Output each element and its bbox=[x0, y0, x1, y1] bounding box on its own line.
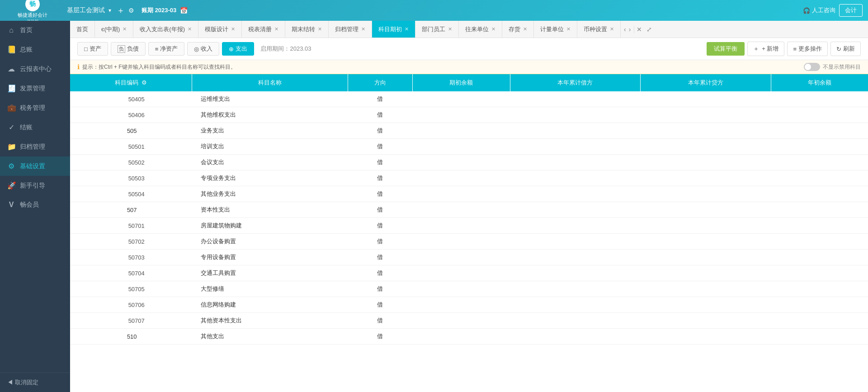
tab-subject-init[interactable]: 科目期初 ✕ bbox=[372, 21, 415, 38]
sidebar-item-settings[interactable]: ⚙ 基础设置 bbox=[0, 156, 70, 176]
close-all-tabs-icon[interactable]: ✕ bbox=[634, 26, 644, 33]
tab-bs-mid-label: є(中期) bbox=[101, 25, 120, 33]
table-row[interactable]: 50705 大型修缮 借 bbox=[70, 281, 868, 297]
cell-direction: 借 bbox=[348, 139, 412, 155]
add-company-icon[interactable]: ＋ bbox=[117, 5, 125, 16]
cell-name: 信息网络购建 bbox=[192, 297, 348, 313]
tab-close-dept[interactable]: ✕ bbox=[448, 26, 452, 32]
sidebar-item-archive[interactable]: 📁 归档管理 bbox=[0, 137, 70, 156]
tab-period-end[interactable]: 期末结转 ✕ bbox=[285, 21, 329, 38]
table-row[interactable]: 50406 其他维权支出 借 bbox=[70, 107, 868, 123]
archive-icon: 📁 bbox=[7, 142, 15, 151]
cell-year-opening bbox=[771, 186, 868, 202]
sub-tab-equity-label: 净资产 bbox=[160, 45, 178, 53]
tab-close-tax[interactable]: ✕ bbox=[274, 26, 278, 32]
cell-year-opening bbox=[771, 265, 868, 281]
toggle-switch[interactable] bbox=[804, 63, 820, 71]
tab-unit[interactable]: 往来单位 ✕ bbox=[459, 21, 502, 38]
cell-ytd-debit bbox=[510, 91, 641, 107]
cell-direction: 借 bbox=[348, 155, 412, 170]
add-button[interactable]: ＋ + 新增 bbox=[747, 42, 784, 56]
cell-opening-balance bbox=[412, 313, 510, 329]
sub-tab-liability[interactable]: 负 负债 bbox=[111, 42, 146, 56]
table-row[interactable]: 50707 其他资本性支出 借 bbox=[70, 313, 868, 329]
col-settings-icon[interactable]: ⚙ bbox=[142, 79, 147, 86]
table-row[interactable]: 50503 专项业务支出 借 bbox=[70, 170, 868, 186]
tab-close-subject-init[interactable]: ✕ bbox=[405, 26, 409, 32]
toggle-disabled-subjects[interactable]: 不显示禁用科目 bbox=[804, 63, 861, 71]
table-row[interactable]: 50704 交通工具购置 借 bbox=[70, 265, 868, 281]
sidebar-item-home[interactable]: ⌂ 首页 bbox=[0, 21, 70, 40]
sidebar-item-guide[interactable]: 🚀 新手引导 bbox=[0, 176, 70, 195]
tab-next-icon[interactable]: › bbox=[627, 26, 632, 33]
table-row[interactable]: 507 资本性支出 借 bbox=[70, 202, 868, 218]
cell-opening-balance bbox=[412, 297, 510, 313]
tab-dept[interactable]: 部门员工 ✕ bbox=[415, 21, 459, 38]
tab-close-inventory[interactable]: ✕ bbox=[523, 26, 527, 32]
sub-tab-asset[interactable]: □ 资产 bbox=[77, 42, 108, 56]
col-opening-balance: 期初余额 bbox=[412, 74, 510, 91]
tab-close-period-end[interactable]: ✕ bbox=[318, 26, 322, 32]
tab-archive[interactable]: 归档管理 ✕ bbox=[329, 21, 372, 38]
headset-icon: 🎧 bbox=[803, 7, 810, 14]
table-row[interactable]: 50405 运维维支出 借 bbox=[70, 91, 868, 107]
account-button[interactable]: 会计 bbox=[839, 4, 863, 17]
cell-ytd-debit bbox=[510, 281, 641, 297]
sidebar-label-cloud: 云报表中心 bbox=[20, 65, 52, 73]
table-row[interactable]: 50502 会议支出 借 bbox=[70, 155, 868, 170]
calc-balance-button[interactable]: 试算平衡 bbox=[707, 42, 745, 56]
cell-ytd-credit bbox=[641, 281, 771, 297]
sidebar-label-guide: 新手引导 bbox=[20, 182, 45, 190]
cell-direction: 借 bbox=[348, 186, 412, 202]
tab-template[interactable]: 模版设计 ✕ bbox=[198, 21, 242, 38]
sidebar-item-invoice[interactable]: 🧾 发票管理 bbox=[0, 79, 70, 98]
table-row[interactable]: 50703 专用设备购置 借 bbox=[70, 250, 868, 265]
expand-icon[interactable]: ⤢ bbox=[644, 26, 654, 33]
tab-prev-icon[interactable]: ‹ bbox=[623, 26, 627, 33]
tab-unit-measure[interactable]: 计量单位 ✕ bbox=[534, 21, 577, 38]
cell-ytd-debit bbox=[510, 186, 641, 202]
cell-ytd-credit bbox=[641, 123, 771, 139]
sub-tab-equity[interactable]: ≡ 净资产 bbox=[148, 42, 185, 56]
tab-home[interactable]: 首页 bbox=[70, 21, 95, 38]
tab-tax[interactable]: 税表清册 ✕ bbox=[242, 21, 285, 38]
tab-close-archive[interactable]: ✕ bbox=[361, 26, 365, 32]
tab-income[interactable]: 收入支出表(年报) ✕ bbox=[133, 21, 198, 38]
tab-close-unit[interactable]: ✕ bbox=[491, 26, 495, 32]
calendar-icon[interactable]: 📅 bbox=[180, 7, 188, 14]
table-row[interactable]: 510 其他支出 借 bbox=[70, 329, 868, 345]
sub-tab-income[interactable]: ◎ 收入 bbox=[187, 42, 219, 56]
cell-ytd-debit bbox=[510, 155, 641, 170]
sidebar-item-close[interactable]: ✓ 结账 bbox=[0, 118, 70, 137]
table-row[interactable]: 50706 信息网络购建 借 bbox=[70, 297, 868, 313]
tab-unit-measure-label: 计量单位 bbox=[540, 25, 564, 33]
settings-icon[interactable]: ⚙ bbox=[128, 7, 134, 14]
cell-ytd-debit bbox=[510, 202, 641, 218]
sidebar-pin-toggle[interactable]: ◀ 取消固定 bbox=[0, 373, 70, 392]
tab-close-unit-measure[interactable]: ✕ bbox=[566, 26, 571, 32]
tab-bs-mid[interactable]: є(中期) ✕ bbox=[95, 21, 133, 38]
table-row[interactable]: 505 业务支出 借 bbox=[70, 123, 868, 139]
table-row[interactable]: 50702 办公设备购置 借 bbox=[70, 234, 868, 250]
sub-tab-expense[interactable]: ⊕ 支出 bbox=[222, 42, 254, 56]
tab-close-bs-mid[interactable]: ✕ bbox=[123, 26, 127, 32]
sidebar-item-tax[interactable]: 💼 税务管理 bbox=[0, 98, 70, 118]
service-button[interactable]: 🎧 人工咨询 bbox=[803, 6, 835, 14]
col-name: 科目名称 bbox=[192, 74, 348, 91]
table-row[interactable]: 50701 房屋建筑物购建 借 bbox=[70, 218, 868, 234]
sidebar-item-cloud[interactable]: ☁ 云报表中心 bbox=[0, 59, 70, 79]
tab-currency[interactable]: 币种设置 ✕ bbox=[577, 21, 621, 38]
tab-close-currency[interactable]: ✕ bbox=[610, 26, 614, 32]
cell-direction: 借 bbox=[348, 265, 412, 281]
refresh-button[interactable]: ↻ 刷新 bbox=[830, 42, 861, 56]
table-row[interactable]: 50501 培训支出 借 bbox=[70, 139, 868, 155]
tab-close-template[interactable]: ✕ bbox=[231, 26, 235, 32]
sidebar-item-vip[interactable]: V 畅会员 bbox=[0, 195, 70, 214]
company-dropdown-icon[interactable]: ▾ bbox=[108, 7, 111, 14]
tab-inventory[interactable]: 存货 ✕ bbox=[502, 21, 534, 38]
sidebar-item-ledger[interactable]: 📒 总账 bbox=[0, 40, 70, 59]
tab-dept-label: 部门员工 bbox=[422, 25, 445, 33]
table-row[interactable]: 50504 其他业务支出 借 bbox=[70, 186, 868, 202]
tab-close-income[interactable]: ✕ bbox=[188, 26, 192, 32]
more-actions-button[interactable]: ≡ 更多操作 bbox=[787, 42, 828, 56]
